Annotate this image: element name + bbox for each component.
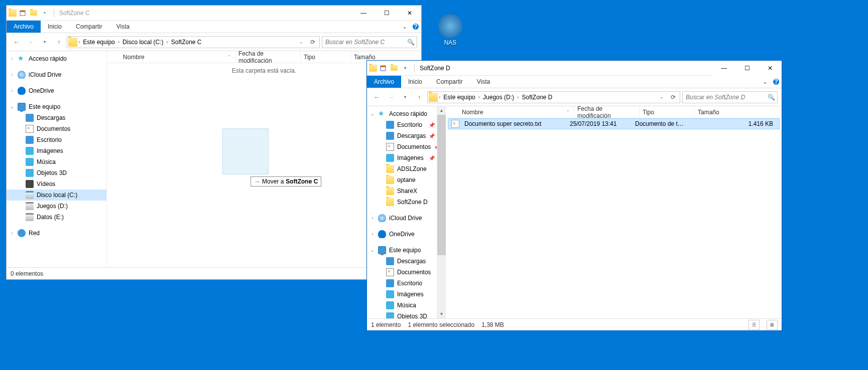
sidebar-videos[interactable]: Vídeos [7,178,106,190]
column-type[interactable]: Tipo [301,51,351,63]
breadcrumb-item[interactable]: Disco local (C:) [120,38,165,47]
scroll-down-icon[interactable]: ▼ [437,310,446,318]
ribbon-tab-home[interactable]: Inicio [401,76,429,88]
chevron-right-icon[interactable]: › [166,39,168,45]
scroll-thumb[interactable] [437,115,446,255]
sidebar-quick-access[interactable]: ⌄★Acceso rápido [367,108,437,119]
chevron-right-icon[interactable]: › [118,39,119,45]
nav-forward-button[interactable]: → [385,91,397,103]
sidebar-images[interactable]: Imágenes📌 [367,152,437,163]
sidebar-pc-desktop[interactable]: Escritorio [367,278,437,289]
view-details-button[interactable]: ☰ [749,320,760,330]
qat-newfolder-icon[interactable] [29,8,39,18]
view-icons-button[interactable]: ⊞ [767,320,778,330]
sidebar-pc-downloads[interactable]: Descargas [367,256,437,267]
sidebar-pc-documents[interactable]: Documentos [367,267,437,278]
sidebar-this-pc[interactable]: ⌄Este equipo [7,101,106,112]
sidebar-adslzone[interactable]: ADSLZone [367,163,437,174]
help-icon[interactable]: ? [771,76,782,88]
sidebar-this-pc[interactable]: ⌄Este equipo [367,245,437,256]
qat-newfolder-icon[interactable] [389,63,399,73]
qat-dropdown-icon[interactable]: ▾ [400,63,410,73]
sidebar-icloud[interactable]: ›iCloud Drive [367,213,437,224]
sidebar-scrollbar[interactable]: ▲ ▼ [437,106,446,318]
sidebar-onedrive[interactable]: ›OneDrive [367,229,437,240]
ribbon-tab-share[interactable]: Compartir [69,21,109,33]
search-icon[interactable]: 🔍 [765,94,777,101]
nav-back-button[interactable]: ← [371,91,383,103]
sidebar-pc-images[interactable]: Imágenes [367,289,437,300]
sidebar-network[interactable]: ›Red [7,228,106,239]
breadcrumb-item[interactable]: Este equipo [81,38,116,47]
maximize-button[interactable]: ☐ [375,6,398,21]
nav-recent-dropdown[interactable]: ▾ [399,91,411,103]
qat-properties-icon[interactable] [378,63,388,73]
ribbon-tab-view[interactable]: Vista [470,76,497,88]
column-type[interactable]: Tipo [640,106,695,118]
sidebar-optane[interactable]: optane [367,174,437,186]
sidebar-softzone-d[interactable]: SoftZone D [367,197,437,208]
chevron-right-icon[interactable]: › [78,39,80,45]
file-row[interactable]: Documento super secreto.txt 25/07/2019 1… [448,118,780,129]
sidebar-data-e[interactable]: Datos (E:) [7,212,106,223]
column-modified[interactable]: Fecha de modificación [235,51,301,63]
sidebar-documents[interactable]: Documentos [7,123,106,134]
help-icon[interactable]: ? [410,21,421,33]
titlebar[interactable]: ▾ SoftZone C — ☐ ✕ [7,6,421,21]
search-icon[interactable]: 🔍 [405,39,417,46]
ribbon-tab-share[interactable]: Compartir [429,76,470,88]
column-modified[interactable]: Fecha de modificación [574,106,640,118]
ribbon-tab-view[interactable]: Vista [109,21,137,33]
search-input[interactable] [683,93,765,102]
chevron-right-icon[interactable]: › [478,94,480,100]
search-input[interactable] [322,38,405,47]
column-size[interactable]: Tamaño [695,106,782,118]
nav-up-button[interactable]: ↑ [413,91,425,103]
address-bar[interactable]: › Este equipo › Disco local (C:) › SoftZ… [67,36,320,48]
desktop-shortcut-nas[interactable]: NAS [433,14,468,46]
column-name[interactable]: Nombre⌃ [459,106,574,118]
sidebar-downloads[interactable]: Descargas📌 [367,130,437,141]
nav-forward-button[interactable]: → [25,36,37,48]
sidebar-quick-access[interactable]: ›★Acceso rápido [7,53,106,64]
ribbon-expand-icon[interactable]: ⌄ [760,76,771,88]
ribbon-tab-home[interactable]: Inicio [41,21,69,33]
breadcrumb-item[interactable]: SoftZone D [520,93,554,102]
ribbon-tab-file[interactable]: Archivo [367,76,401,88]
sidebar-desktop[interactable]: Escritorio [7,134,106,145]
breadcrumb-item[interactable]: SoftZone C [169,38,204,47]
sidebar-sharex[interactable]: ShareX [367,186,437,197]
sidebar-images[interactable]: Imágenes [7,145,106,156]
file-list[interactable]: Documento super secreto.txt 25/07/2019 1… [446,118,782,318]
sidebar-onedrive[interactable]: ›OneDrive [7,85,106,96]
close-button[interactable]: ✕ [759,61,782,76]
sidebar-downloads[interactable]: Descargas [7,112,106,123]
refresh-icon[interactable]: ⟳ [307,37,318,48]
sidebar-documents[interactable]: Documentos📌 [367,141,437,152]
sidebar-pc-music[interactable]: Música [367,300,437,311]
search-box[interactable]: 🔍 [322,36,417,48]
refresh-icon[interactable]: ⟳ [668,92,679,103]
sidebar-desktop[interactable]: Escritorio📌 [367,119,437,130]
sidebar-pc-objects3d[interactable]: Objetos 3D [367,311,437,318]
sidebar-local-disk-c[interactable]: Disco local (C:) [7,190,106,201]
address-dropdown-icon[interactable]: ⌄ [656,92,667,103]
minimize-button[interactable]: — [352,6,375,21]
sidebar-games-d[interactable]: Juegos (D:) [7,201,106,212]
sidebar-music[interactable]: Música [7,156,106,167]
scroll-up-icon[interactable]: ▲ [437,106,446,115]
ribbon-expand-icon[interactable]: ⌄ [399,21,410,33]
titlebar[interactable]: ▾ SoftZone D — ☐ ✕ [367,61,782,76]
sidebar-icloud[interactable]: ›iCloud Drive [7,69,106,80]
column-name[interactable]: Nombre⌃ [120,51,235,63]
address-dropdown-icon[interactable]: ⌄ [295,37,306,48]
qat-properties-icon[interactable] [18,8,28,18]
nav-recent-dropdown[interactable]: ▾ [39,36,51,48]
qat-dropdown-icon[interactable]: ▾ [40,8,50,18]
search-box[interactable]: 🔍 [682,91,778,103]
ribbon-tab-file[interactable]: Archivo [7,21,41,33]
sidebar-objects3d[interactable]: Objetos 3D [7,167,106,178]
close-button[interactable]: ✕ [398,6,421,21]
minimize-button[interactable]: — [712,61,735,76]
chevron-right-icon[interactable]: › [517,94,519,100]
